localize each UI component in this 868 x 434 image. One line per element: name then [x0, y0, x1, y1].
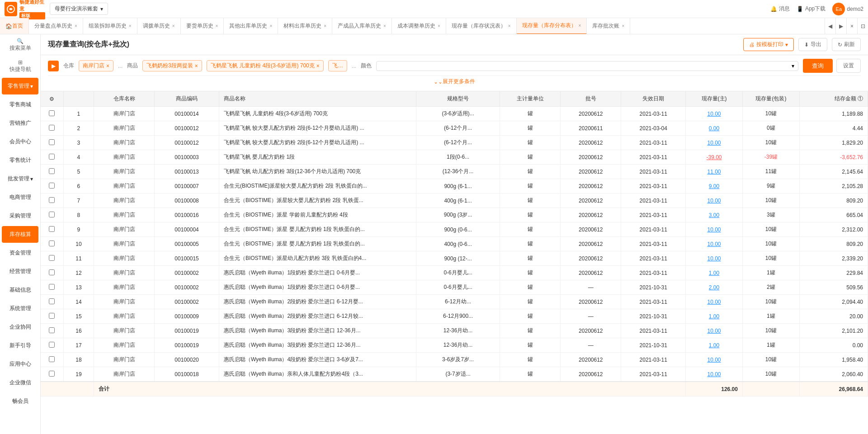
tab-10[interactable]: 库存批次账 × — [587, 18, 630, 34]
cell-stock-15[interactable]: 10.00 — [686, 324, 743, 338]
tab-6-close[interactable]: × — [383, 24, 386, 28]
tab-5[interactable]: 材料出库单历史 × — [278, 18, 332, 34]
cell-checkbox-7[interactable] — [41, 208, 63, 222]
tab-next-button[interactable]: ▶ — [835, 18, 846, 34]
cell-stock-8[interactable]: 10.00 — [686, 222, 743, 237]
cell-checkbox-6[interactable] — [41, 193, 63, 208]
cell-stock-9[interactable]: 10.00 — [686, 237, 743, 251]
cell-checkbox-5[interactable] — [41, 179, 63, 193]
tab-1-close[interactable]: × — [129, 24, 132, 28]
cell-stock-0[interactable]: 10.00 — [686, 107, 743, 121]
tab-8-close[interactable]: × — [508, 24, 511, 28]
tab-4[interactable]: 其他出库单历史 × — [224, 18, 278, 34]
tab-5-close[interactable]: × — [324, 24, 326, 28]
tab-close-all-button[interactable]: × — [846, 18, 857, 34]
tab-7-close[interactable]: × — [438, 24, 440, 28]
tab-10-close[interactable]: × — [622, 24, 624, 28]
tab-6[interactable]: 产成品入库单历史 × — [332, 18, 392, 34]
filter-expand-button[interactable]: ▶ — [48, 61, 59, 71]
sidebar-item-purchase[interactable]: 采购管理 — [2, 208, 38, 224]
sidebar-item-operations[interactable]: 经营管理 — [2, 263, 38, 280]
sidebar-item-wholesale[interactable]: 批发管理 ▾ — [2, 170, 38, 187]
cell-checkbox-15[interactable] — [41, 324, 63, 338]
refresh-button[interactable]: ↻ 刷新 — [832, 38, 861, 51]
sidebar-item-system[interactable]: 系统管理 — [2, 300, 38, 317]
tab-7[interactable]: 成本调整单历史 × — [392, 18, 446, 34]
tab-2[interactable]: 调拨单历史 × — [137, 18, 181, 34]
sidebar-item-retail[interactable]: 零售管理 ▾ — [2, 78, 38, 94]
warehouse-select[interactable]: 母婴行业演示账套 ▾ — [50, 3, 108, 15]
cell-stock-13[interactable]: 10.00 — [686, 295, 743, 309]
cell-checkbox-17[interactable] — [41, 353, 63, 367]
cell-checkbox-1[interactable] — [41, 121, 63, 136]
sidebar-item-member2[interactable]: 畅会员 — [2, 393, 38, 410]
tab-0[interactable]: 分量盘点单历史 × — [29, 18, 83, 34]
cell-checkbox-0[interactable] — [41, 107, 63, 121]
query-button[interactable]: 查询 — [803, 59, 833, 73]
cell-stock-12[interactable]: 2.00 — [686, 280, 743, 295]
tab-3-close[interactable]: × — [216, 24, 218, 28]
cell-checkbox-3[interactable] — [41, 150, 63, 165]
sidebar-item-finance[interactable]: 资金管理 — [2, 245, 38, 261]
sidebar-item-ecommerce[interactable]: 电商管理 — [2, 189, 38, 206]
cell-stock-3[interactable]: -39.00 — [686, 150, 743, 165]
tab-1[interactable]: 组装拆卸单历史 × — [83, 18, 137, 34]
product-tag-1-remove[interactable]: × — [316, 63, 320, 69]
sidebar-item-retail-mall[interactable]: 零售商城 — [2, 96, 38, 113]
tab-0-close[interactable]: × — [75, 24, 77, 28]
cell-stock-5[interactable]: 9.00 — [686, 179, 743, 193]
sidebar-item-basics[interactable]: 基础信息 — [2, 282, 38, 298]
cell-stock-11[interactable]: 1.00 — [686, 266, 743, 280]
product-tag-more[interactable]: 飞… — [328, 60, 347, 71]
cell-checkbox-13[interactable] — [41, 295, 63, 309]
expand-conditions-bar[interactable]: ⌄⌄ 展开更多条件 — [48, 75, 861, 87]
tab-9[interactable]: 现存量（库存分布表） × — [517, 18, 587, 34]
tab-3[interactable]: 要货单历史 × — [181, 18, 224, 34]
sidebar-item-wechat[interactable]: 企业微信 — [2, 374, 38, 391]
tab-9-close[interactable]: × — [579, 23, 581, 28]
sidebar-search[interactable]: 🔍 搜索菜单 — [0, 34, 40, 56]
sidebar-item-inventory[interactable]: 库存核算 — [2, 226, 38, 243]
cell-checkbox-8[interactable] — [41, 222, 63, 237]
cell-stock-10[interactable]: 10.00 — [686, 251, 743, 266]
sidebar-item-member[interactable]: 会员中心 — [2, 133, 38, 150]
user-profile[interactable]: Ea demo2 — [832, 3, 863, 15]
print-button[interactable]: 🖨 按模板打印 ▾ — [743, 38, 794, 51]
tab-maximize-button[interactable]: ⊡ — [857, 18, 868, 34]
sidebar-item-enterprise[interactable]: 企业协同 — [2, 319, 38, 335]
cell-checkbox-9[interactable] — [41, 237, 63, 251]
cell-stock-7[interactable]: 3.00 — [686, 208, 743, 222]
sidebar-item-app-center[interactable]: 应用中心 — [2, 356, 38, 373]
tab-8[interactable]: 现存量（库存状况表） × — [446, 18, 517, 34]
cell-checkbox-4[interactable] — [41, 165, 63, 179]
cell-checkbox-14[interactable] — [41, 309, 63, 324]
tab-4-close[interactable]: × — [269, 24, 272, 28]
cell-checkbox-2[interactable] — [41, 136, 63, 150]
sidebar-item-guide[interactable]: 新手引导 — [2, 337, 38, 354]
cell-stock-2[interactable]: 10.00 — [686, 136, 743, 150]
sidebar-item-retail-stats[interactable]: 零售统计 — [2, 152, 38, 169]
cell-stock-4[interactable]: 11.00 — [686, 165, 743, 179]
settings-button[interactable]: 设置 — [836, 59, 861, 73]
cell-checkbox-16[interactable] — [41, 338, 63, 353]
export-button[interactable]: ⬇ 导出 — [798, 38, 827, 51]
message-button[interactable]: 🔔 消息 — [770, 5, 790, 13]
cell-checkbox-18[interactable] — [41, 367, 63, 382]
sidebar-item-marketing[interactable]: 营销推广 — [2, 115, 38, 132]
color-filter-select[interactable]: ▾ — [376, 61, 798, 71]
th-settings[interactable]: ⚙ — [41, 91, 63, 107]
cell-checkbox-10[interactable] — [41, 251, 63, 266]
tab-home[interactable]: 🏠 首页 — [0, 18, 29, 34]
cell-stock-1[interactable]: 0.00 — [686, 121, 743, 136]
tab-prev-button[interactable]: ◀ — [825, 18, 835, 34]
cell-stock-14[interactable]: 1.00 — [686, 309, 743, 324]
cell-stock-18[interactable]: 10.00 — [686, 367, 743, 382]
product-tag-0-remove[interactable]: × — [195, 63, 198, 69]
cell-checkbox-12[interactable] — [41, 280, 63, 295]
app-download-button[interactable]: 📱 App下载 — [797, 5, 826, 13]
cell-checkbox-11[interactable] — [41, 266, 63, 280]
cell-stock-16[interactable]: 1.00 — [686, 338, 743, 353]
sidebar-quick-nav[interactable]: ⊞ 快捷导航 — [0, 56, 40, 77]
cell-stock-17[interactable]: 10.00 — [686, 353, 743, 367]
cell-stock-6[interactable]: 10.00 — [686, 193, 743, 208]
